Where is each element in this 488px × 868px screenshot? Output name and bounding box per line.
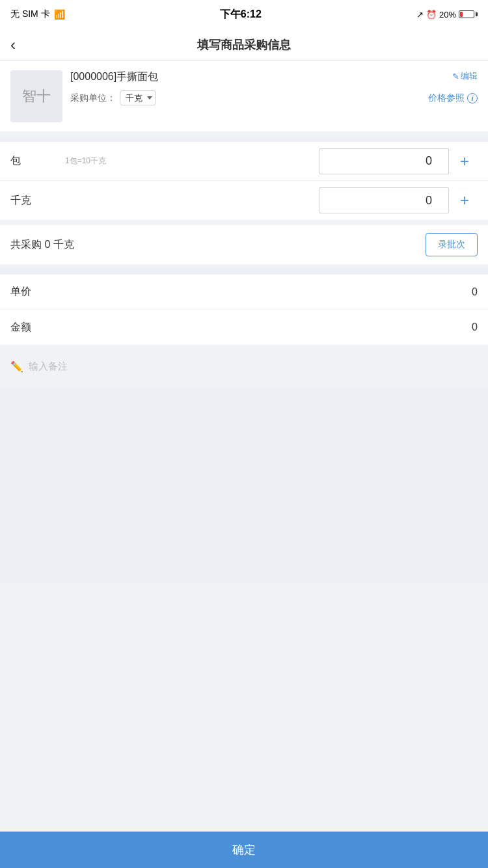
amount-value: 0: [472, 321, 478, 333]
status-left: 无 SIM 卡 📶: [10, 8, 65, 20]
product-info: [0000006]手撕面包 ✎ 编辑 采购单位： 千克 价格参照 i: [70, 70, 478, 105]
product-card: 智十 [0000006]手撕面包 ✎ 编辑 采购单位： 千克 价格参照 i: [0, 61, 488, 131]
bag-sublabel: 1包=10千克: [65, 156, 106, 167]
status-time: 下午6:12: [220, 8, 262, 21]
product-thumbnail: 智十: [10, 70, 62, 122]
alarm-icon: ⏰: [426, 10, 437, 20]
edit-link[interactable]: ✎ 编辑: [452, 70, 478, 82]
remark-placeholder: 输入备注: [29, 360, 68, 373]
remark-section[interactable]: ✏️ 输入备注: [0, 350, 488, 383]
location-icon: ↗: [416, 10, 424, 20]
confirm-button[interactable]: 确定: [0, 832, 488, 868]
amount-label: 金额: [10, 321, 31, 334]
battery-percent: 20%: [439, 10, 456, 20]
content-area: [0, 388, 488, 583]
unit-price-value: 0: [472, 286, 478, 298]
kg-input-row: 千克 +: [0, 181, 488, 220]
page-title: 填写商品采购信息: [197, 37, 291, 53]
bag-quantity-input[interactable]: [319, 148, 449, 174]
confirm-button-label: 确定: [232, 842, 256, 858]
batch-button[interactable]: 录批次: [426, 233, 478, 256]
wifi-icon: 📶: [54, 9, 65, 20]
unit-price-row: 单价 0: [0, 275, 488, 310]
status-bar: 无 SIM 卡 📶 下午6:12 ↗ ⏰ 20%: [0, 0, 488, 29]
price-ref-link[interactable]: 价格参照 i: [428, 92, 478, 104]
input-section: 包 1包=10千克 + 千克 +: [0, 142, 488, 220]
section-divider-1: [0, 137, 488, 142]
pencil-icon: ✏️: [10, 360, 23, 373]
nav-bar: ‹ 填写商品采购信息: [0, 29, 488, 61]
status-right: ↗ ⏰ 20%: [416, 10, 478, 20]
edit-icon: ✎: [452, 72, 459, 81]
product-unit-row: 采购单位： 千克 价格参照 i: [70, 90, 478, 105]
bag-input-row: 包 1包=10千克 +: [0, 142, 488, 181]
unit-price-label: 单价: [10, 285, 31, 299]
back-button[interactable]: ‹: [10, 36, 16, 54]
price-ref-help-icon: i: [467, 93, 478, 103]
unit-select[interactable]: 千克: [120, 90, 156, 105]
unit-selector-group: 采购单位： 千克: [70, 90, 156, 105]
bag-plus-button[interactable]: +: [452, 148, 478, 174]
kg-label: 千克: [10, 194, 62, 208]
summary-row: 共采购 0 千克 录批次: [0, 225, 488, 264]
product-name-row: [0000006]手撕面包 ✎ 编辑: [70, 70, 478, 84]
summary-text: 共采购 0 千克: [10, 238, 74, 252]
price-info-section: 单价 0 金额 0: [0, 275, 488, 345]
summary-section: 共采购 0 千克 录批次: [0, 225, 488, 264]
unit-label: 采购单位：: [70, 92, 116, 104]
kg-plus-button[interactable]: +: [452, 187, 478, 213]
product-name: [0000006]手撕面包: [70, 70, 158, 84]
carrier-text: 无 SIM 卡: [10, 8, 50, 20]
section-divider-2: [0, 269, 488, 275]
kg-quantity-input[interactable]: [319, 187, 449, 213]
amount-row: 金额 0: [0, 310, 488, 345]
bag-label: 包: [10, 154, 62, 168]
battery-icon: [459, 10, 478, 18]
